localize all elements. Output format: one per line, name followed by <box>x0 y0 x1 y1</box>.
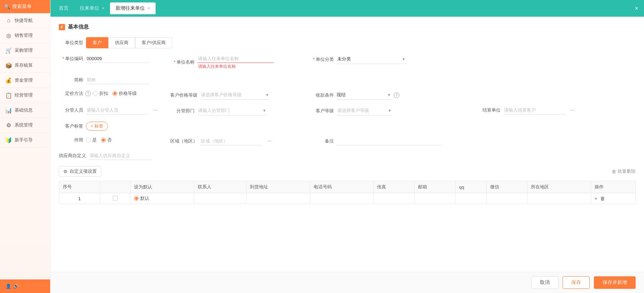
content-area: F 基本信息 单位类型 客户 供应商 客户/供应商 单位编码 单位名称 <box>50 17 644 272</box>
settlement-more-button[interactable]: ··· <box>569 107 576 113</box>
manager-input[interactable] <box>86 106 149 114</box>
tab-bar: 首页 往来单位 × 新增往来单位 × × <box>50 0 644 17</box>
short-name-group: 简称 <box>59 76 636 84</box>
cancel-button[interactable]: 取消 <box>531 276 558 289</box>
remark-group: 备注 <box>309 137 636 145</box>
system-icon: ⚙ <box>6 122 12 128</box>
supplier-custom-group: 供应商自定义 <box>59 152 636 160</box>
custom-settings-button[interactable]: ⚙ 自定义项设置 <box>59 166 101 177</box>
sidebar: 🔍 搜索菜单 ⌂ 快捷导航 ◎ 销售管理 🛒 采购管理 📦 库存核算 💰 资金管… <box>0 0 50 293</box>
col-wechat: 微信 <box>486 181 527 193</box>
unit-category-select[interactable]: 未分类 ▼ <box>337 55 406 64</box>
supplier-custom-input[interactable] <box>89 152 151 160</box>
radio-discount-circle <box>93 91 98 96</box>
sidebar-item-system[interactable]: ⚙ 系统管理 <box>0 118 50 133</box>
customer-level-select[interactable]: 请选择客户等级 ▼ <box>337 106 392 115</box>
unit-main-row: 单位编码 单位名称 请输入往来单位名称 单位分类 未分类 ▼ <box>59 55 636 70</box>
sidebar-item-finance[interactable]: 💰 资金管理 <box>0 73 50 88</box>
radio-discount[interactable]: 折扣 <box>93 90 108 97</box>
sidebar-item-purchase[interactable]: 🛒 采购管理 <box>0 43 50 58</box>
col-phone: 电话号码 <box>310 181 374 193</box>
sidebar-item-basic-info[interactable]: 📊 基础信息 <box>0 103 50 118</box>
col-action: 操作 <box>591 181 635 193</box>
settlement-group: 结算单位 ··· <box>476 106 636 114</box>
save-add-button[interactable]: 保存并新增 <box>594 276 636 289</box>
search-menu-button[interactable]: 🔍 搜索菜单 <box>0 0 50 13</box>
unit-name-input[interactable] <box>197 55 274 63</box>
sidebar-item-label: 快捷导航 <box>15 17 33 24</box>
radio-disabled-no[interactable]: 否 <box>101 137 112 143</box>
pricing-method-label: 定价方法 <box>59 90 83 97</box>
manager-more-button[interactable]: ··· <box>151 107 159 113</box>
tab-add-contact[interactable]: 新增往来单位 × <box>110 2 156 14</box>
tab-home[interactable]: 首页 <box>53 2 74 14</box>
sidebar-item-quick-nav[interactable]: ⌂ 快捷导航 <box>0 13 50 28</box>
payment-info-icon[interactable]: ? <box>394 92 399 98</box>
department-group: 分管部门 请输入分管部门 ▼ <box>170 106 303 115</box>
row-default-radio[interactable]: 默认 <box>134 195 190 202</box>
section-title: F 基本信息 <box>59 24 636 30</box>
sidebar-item-guide[interactable]: 🔰 新手引导 <box>0 133 50 148</box>
region-group: 区域（地区） ··· <box>170 137 303 145</box>
audio-icon: 🔊 <box>13 284 19 289</box>
batch-delete-button[interactable]: 🗑 批量删除 <box>612 168 636 174</box>
sidebar-item-operation[interactable]: 📋 经营管理 <box>0 88 50 103</box>
radio-discount-label: 折扣 <box>99 90 108 97</box>
sidebar-item-inventory[interactable]: 📦 库存核算 <box>0 58 50 73</box>
payment-terms-select[interactable]: 现结 ▼ <box>336 90 392 100</box>
customer-level-label: 客户等级 <box>309 108 334 114</box>
remark-input[interactable] <box>337 137 441 145</box>
save-button[interactable]: 保存 <box>563 276 590 289</box>
payment-terms-label: 收款条件 <box>309 92 334 98</box>
radio-price-level-circle <box>112 91 117 96</box>
disabled-radio-group: 是 否 <box>86 137 112 143</box>
manager-label: 分管人员 <box>59 107 83 113</box>
settlement-label: 结算单位 <box>476 107 501 113</box>
radio-no-label: 否 <box>107 137 112 143</box>
col-fax: 传真 <box>374 181 415 193</box>
pricing-info-icon[interactable]: ? <box>85 91 91 96</box>
sidebar-item-label: 库存核算 <box>15 62 33 68</box>
unit-category-group: 单位分类 未分类 ▼ <box>309 55 636 64</box>
type-btn-supplier[interactable]: 供应商 <box>108 37 135 48</box>
user-icon: 👤 <box>6 284 11 289</box>
close-all-button[interactable]: × <box>632 5 641 12</box>
chevron-down-icon2: ▼ <box>265 93 269 97</box>
col-address: 到货地址 <box>246 181 310 193</box>
col-region: 所在地区 <box>527 181 591 193</box>
radio-price-level[interactable]: 价格等级 <box>112 90 137 97</box>
type-btn-customer[interactable]: 客户 <box>86 37 108 48</box>
tab-contacts[interactable]: 往来单位 × <box>74 2 110 14</box>
unit-category-label: 单位分类 <box>309 56 334 63</box>
department-select[interactable]: 请输入分管部门 ▼ <box>197 106 267 115</box>
settlement-input[interactable] <box>503 106 566 114</box>
unit-type-row: 单位类型 客户 供应商 客户/供应商 <box>59 37 636 48</box>
customer-price-select[interactable]: 请选择客户价格等级 ▼ <box>200 90 270 100</box>
col-index: 序号 <box>59 181 100 193</box>
home-icon: ⌂ <box>6 17 12 24</box>
region-more-button[interactable]: ··· <box>266 138 273 144</box>
add-tag-button[interactable]: + 标签 <box>86 122 108 131</box>
sidebar-item-label: 经营管理 <box>15 92 33 98</box>
col-contact: 联系人 <box>194 181 246 193</box>
tab-add-contact-close[interactable]: × <box>148 6 150 11</box>
pricing-radio-group: 折扣 价格等级 <box>93 90 137 97</box>
region-input[interactable] <box>200 137 263 145</box>
short-name-label: 简称 <box>59 77 83 83</box>
tab-contacts-close[interactable]: × <box>102 6 104 11</box>
row-add-icon[interactable]: + <box>595 196 597 201</box>
row-delete-icon[interactable]: 🗑 <box>600 196 605 201</box>
row-checkbox[interactable] <box>113 196 118 201</box>
unit-code-group: 单位编码 <box>59 55 170 63</box>
type-btn-both[interactable]: 客户/供应商 <box>135 37 172 48</box>
unit-code-input[interactable] <box>86 55 149 63</box>
sidebar-item-sales[interactable]: ◎ 销售管理 <box>0 28 50 43</box>
payment-terms-group: 收款条件 现结 ▼ ? <box>309 90 636 100</box>
customer-price-group: 客户价格等级 请选择客户价格等级 ▼ <box>170 90 303 100</box>
row-wechat <box>486 193 527 204</box>
radio-disabled-yes[interactable]: 是 <box>86 137 97 143</box>
batch-delete-icon: 🗑 <box>612 169 616 174</box>
col-default: 设为默认 <box>131 181 194 193</box>
sidebar-footer[interactable]: 👤 🔊 <box>0 279 50 293</box>
short-name-input[interactable] <box>86 76 149 84</box>
